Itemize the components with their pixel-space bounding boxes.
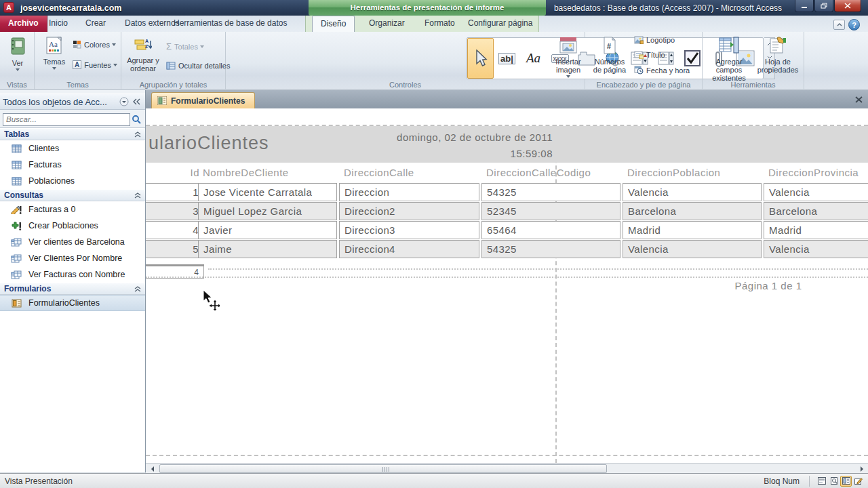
nav-item-crear-poblaciones[interactable]: Crear Poblaciones (0, 218, 145, 234)
close-button[interactable] (834, 0, 861, 12)
agregar-campos-button[interactable]: Agregar campos existentes (705, 37, 753, 82)
report-cell-nombredecliente-row4[interactable]: Jaime (198, 240, 337, 258)
print-preview-button[interactable] (828, 476, 840, 487)
hoja-propiedades-button[interactable]: Hoja de propiedades (755, 37, 800, 74)
column-header-id[interactable]: Id (146, 167, 199, 178)
document-close-icon[interactable] (853, 94, 864, 105)
scroll-left-icon[interactable] (147, 464, 157, 473)
collapse-chevron-icon[interactable] (134, 131, 141, 138)
nav-item-ver-clientes-por-nombre[interactable]: Ver Clientes Por Nombre (0, 250, 145, 266)
report-header-band[interactable]: ularioClientes domingo, 02 de octubre de… (146, 126, 868, 163)
insert-image-icon (559, 37, 578, 56)
table-icon (11, 176, 22, 186)
ribbon-tab-configurar-p-gina[interactable]: Configurar página (460, 16, 540, 32)
collapse-chevron-icon[interactable] (134, 192, 141, 199)
column-header-direccionprovincia[interactable]: DireccionProvincia (768, 167, 868, 178)
search-icon[interactable] (130, 113, 142, 125)
scroll-right-icon[interactable] (856, 464, 867, 473)
help-icon[interactable]: ? (848, 19, 860, 30)
nav-section-header-consultas[interactable]: Consultas (0, 189, 145, 201)
report-time[interactable]: 15:59:08 (511, 148, 553, 159)
temas-button[interactable]: Aa Temas (40, 37, 68, 70)
column-header-direccioncallecodigo[interactable]: DireccionCalleCodigo (486, 167, 616, 178)
ribbon-tab-dise-o[interactable]: Diseño (312, 16, 355, 32)
report-cell-direccionpoblacion-row2[interactable]: Barcelona (623, 202, 762, 220)
report-cell-direccionprovincia-row1[interactable]: Valencia (764, 183, 868, 201)
report-title[interactable]: ularioClientes (149, 133, 269, 154)
document-tab[interactable]: FormularioClientes (151, 92, 255, 108)
nav-item-facturas[interactable]: Facturas (0, 157, 145, 173)
report-cell-direccionprovincia-row4[interactable]: Valencia (764, 240, 868, 258)
restore-button[interactable] (814, 0, 833, 12)
logotipo-button[interactable]: Logotipo (634, 36, 675, 44)
nav-section-header-tablas[interactable]: Tablas (0, 128, 145, 140)
text-box-control-icon[interactable]: ab| (494, 38, 520, 79)
report-cell-id-row4[interactable]: 5 (146, 240, 204, 258)
report-cell-direccionpoblacion-row3[interactable]: Madrid (623, 221, 762, 239)
minimize-ribbon-button[interactable] (833, 20, 845, 30)
colores-button[interactable]: Colores (73, 40, 116, 49)
agrupar-ordenar-button[interactable]: AZ Agrupar y ordenar (125, 37, 161, 73)
report-cell-direccionprovincia-row2[interactable]: Barcelona (764, 202, 868, 220)
page-number-label[interactable]: Página 1 de 1 (734, 280, 802, 291)
horizontal-scrollbar[interactable] (146, 463, 868, 473)
ver-button[interactable]: Ver (4, 37, 31, 71)
totales-button[interactable]: Σ Totales (166, 41, 204, 52)
report-cell-direccioncalle-row1[interactable]: Direccion (339, 183, 479, 201)
nav-item-clientes[interactable]: Clientes (0, 140, 145, 157)
column-header-direccioncalle[interactable]: DireccionCalle (344, 167, 475, 178)
report-canvas[interactable]: ularioClientes domingo, 02 de octubre de… (146, 108, 868, 463)
report-cell-direccioncalle-row2[interactable]: Direccion2 (339, 202, 479, 220)
report-cell-direccioncallecodigo-row4[interactable]: 54325 (481, 240, 620, 258)
report-view-button[interactable] (816, 476, 827, 487)
access-app-icon[interactable]: A (3, 2, 14, 13)
nav-item-poblaciones[interactable]: Poblaciones (0, 173, 145, 189)
ribbon-tab-herramientas-de-base-de-datos[interactable]: Herramientas de base de datos (165, 16, 295, 32)
ribbon-tab-crear[interactable]: Crear (77, 16, 114, 32)
report-cell-id-row3[interactable]: 4 (146, 221, 204, 239)
nav-section-header-formularios[interactable]: Formularios (0, 283, 145, 295)
column-header-nombredecliente[interactable]: NombreDeCliente (203, 167, 332, 178)
report-cell-direccionprovincia-row3[interactable]: Madrid (764, 221, 868, 239)
shutter-collapse-icon[interactable] (130, 96, 142, 108)
report-cell-nombredecliente-row3[interactable]: Javier (198, 221, 337, 239)
dropdown-caret-icon (200, 45, 204, 48)
report-cell-direccioncallecodigo-row3[interactable]: 65464 (481, 221, 620, 239)
report-date[interactable]: domingo, 02 de octubre de 2011 (397, 131, 553, 143)
report-cell-direccionpoblacion-row4[interactable]: Valencia (623, 240, 762, 258)
report-cell-direccionpoblacion-row1[interactable]: Valencia (623, 183, 762, 201)
select-pointer-icon[interactable] (467, 38, 494, 79)
report-cell-id-row2[interactable]: 3 (146, 202, 204, 220)
nav-item-formularioclientes[interactable]: FormularioClientes (0, 295, 145, 311)
nav-item-ver-clientes-de-barcelona[interactable]: Ver clientes de Barcelona (0, 234, 145, 250)
minimize-button[interactable] (795, 0, 814, 12)
report-cell-direccioncalle-row4[interactable]: Direccion4 (339, 240, 479, 258)
form-icon (11, 298, 22, 308)
report-cell-direccioncallecodigo-row1[interactable]: 54325 (481, 183, 620, 201)
report-cell-nombredecliente-row2[interactable]: Miguel Lopez Garcia (198, 202, 337, 220)
insertar-imagen-button[interactable]: Insertar imagen (553, 37, 584, 78)
report-cell-direccioncalle-row3[interactable]: Direccion3 (339, 221, 479, 239)
nav-menu-dropdown-icon[interactable] (118, 96, 130, 108)
label-control-icon[interactable]: Aa (520, 38, 547, 79)
report-cell-id-row1[interactable]: 1 (146, 183, 204, 201)
report-cell-direccioncallecodigo-row2[interactable]: 52345 (481, 202, 620, 220)
numeros-pagina-button[interactable]: # Números de página (592, 37, 627, 74)
scrollbar-thumb[interactable] (159, 464, 607, 473)
ocultar-detalles-button[interactable]: Ocultar detalles (166, 62, 230, 70)
report-cell-nombredecliente-row1[interactable]: Jose Vicente Carratala (198, 183, 337, 201)
nav-item-ver-facturas-con-nombre[interactable]: Ver Facturas con Nombre (0, 266, 145, 283)
ribbon-tab-formato[interactable]: Formato (416, 16, 463, 32)
collapse-chevron-icon[interactable] (134, 286, 141, 292)
ribbon-tab-inicio[interactable]: Inicio (41, 16, 76, 32)
layout-view-button[interactable] (840, 476, 852, 487)
fuentes-button[interactable]: A Fuentes (73, 60, 117, 69)
search-input[interactable] (3, 113, 130, 126)
column-header-direccionpoblacion[interactable]: DireccionPoblacion (627, 167, 757, 178)
design-view-button[interactable] (852, 476, 864, 487)
nav-pane-header[interactable]: Todos los objetos de Acc... (0, 94, 145, 110)
fecha-hora-button[interactable]: Fecha y hora (634, 66, 690, 75)
nav-item-facturas-a-0[interactable]: Facturas a 0 (0, 201, 145, 218)
titulo-button[interactable]: Título (634, 51, 665, 59)
ribbon-tab-organizar[interactable]: Organizar (361, 16, 413, 32)
